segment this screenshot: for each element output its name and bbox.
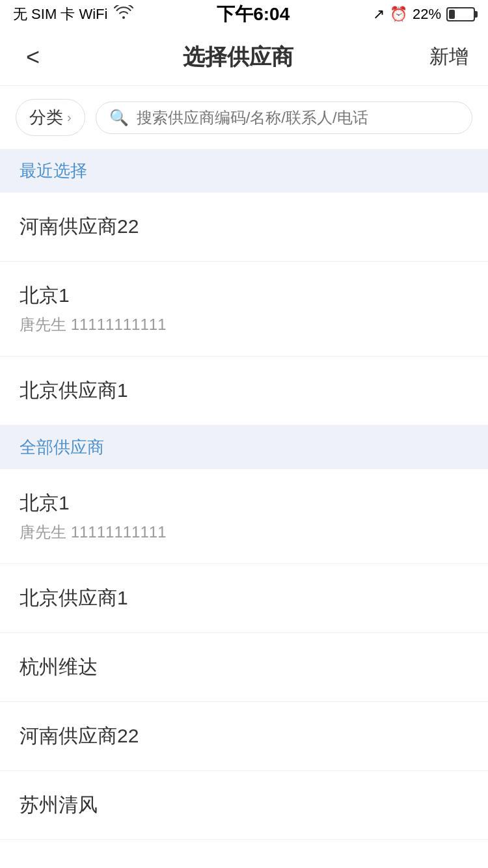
back-button[interactable]: < bbox=[20, 37, 46, 77]
search-input[interactable] bbox=[137, 109, 459, 127]
item-name: 杭州维达 bbox=[20, 654, 468, 681]
item-name: 北京供应商1 bbox=[20, 585, 468, 612]
item-sub: 唐先生 11111111111 bbox=[20, 522, 468, 543]
list-item[interactable]: 北京供应商1 bbox=[0, 357, 488, 426]
chevron-right-icon: › bbox=[67, 110, 72, 125]
recent-list: 河南供应商22 北京1 唐先生 11111111111 北京供应商1 bbox=[0, 193, 488, 426]
item-name: 河南供应商22 bbox=[20, 723, 468, 750]
list-item[interactable]: 北京1 唐先生 11111111111 bbox=[0, 262, 488, 357]
location-icon: ↗ bbox=[373, 6, 385, 23]
list-item[interactable]: 河南供应商22 bbox=[0, 702, 488, 771]
item-sub: 唐先生 11111111111 bbox=[20, 314, 468, 335]
all-section-header: 全部供应商 bbox=[0, 426, 488, 469]
battery-icon bbox=[446, 7, 475, 21]
status-right: ↗ ⏰ 22% bbox=[373, 6, 475, 23]
sim-text: 无 SIM 卡 WiFi bbox=[13, 5, 107, 24]
all-list: 北京1 唐先生 11111111111 北京供应商1 杭州维达 河南供应商22 … bbox=[0, 469, 488, 840]
list-item[interactable]: 杭州维达 bbox=[0, 633, 488, 702]
page-title: 选择供应商 bbox=[183, 42, 293, 72]
item-name: 河南供应商22 bbox=[20, 213, 468, 240]
battery-percent: 22% bbox=[413, 6, 441, 23]
item-name: 北京1 bbox=[20, 282, 468, 309]
item-name: 北京1 bbox=[20, 490, 468, 517]
nav-bar: < 选择供应商 新增 bbox=[0, 29, 488, 86]
status-bar: 无 SIM 卡 WiFi 下午6:04 ↗ ⏰ 22% bbox=[0, 0, 488, 29]
list-item[interactable]: 苏州清风 bbox=[0, 771, 488, 840]
new-add-button[interactable]: 新增 bbox=[429, 44, 468, 70]
list-item[interactable]: 北京1 唐先生 11111111111 bbox=[0, 469, 488, 564]
recent-section-header: 最近选择 bbox=[0, 149, 488, 193]
item-name: 北京供应商1 bbox=[20, 377, 468, 404]
list-item[interactable]: 河南供应商22 bbox=[0, 193, 488, 262]
status-left: 无 SIM 卡 WiFi bbox=[13, 5, 133, 24]
alarm-icon: ⏰ bbox=[390, 6, 407, 23]
search-icon: 🔍 bbox=[109, 109, 129, 127]
category-label: 分类 bbox=[29, 106, 63, 129]
search-bar: 分类 › 🔍 bbox=[0, 86, 488, 149]
item-name: 苏州清风 bbox=[20, 792, 468, 819]
search-input-wrap: 🔍 bbox=[96, 102, 472, 134]
wifi-icon bbox=[114, 5, 133, 23]
category-button[interactable]: 分类 › bbox=[16, 99, 85, 136]
list-item[interactable]: 北京供应商1 bbox=[0, 564, 488, 633]
status-time: 下午6:04 bbox=[217, 2, 290, 27]
